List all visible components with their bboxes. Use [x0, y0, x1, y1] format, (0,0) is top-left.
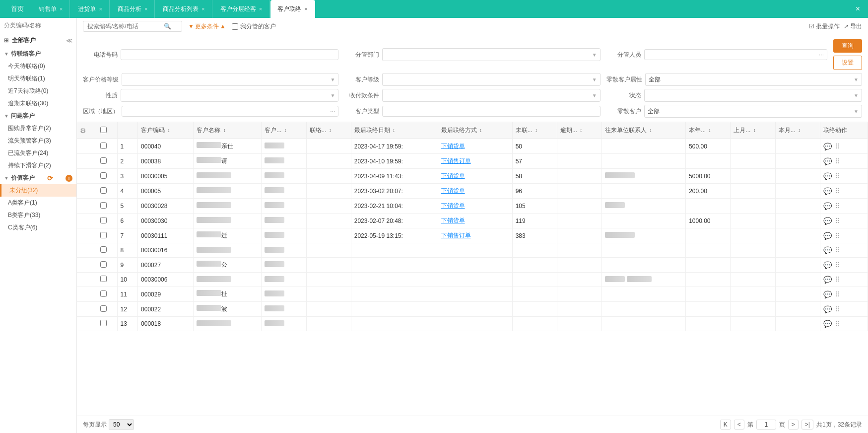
sidebar-item-churn-warning[interactable]: 流失预警客户(3) — [0, 135, 76, 147]
sidebar-item-class-b[interactable]: B类客户(33) — [0, 209, 76, 221]
first-page-btn[interactable]: K — [720, 420, 731, 430]
message-action-icon[interactable]: 💬 — [823, 305, 832, 313]
message-action-icon[interactable]: 💬 — [823, 290, 832, 298]
row-checkbox[interactable] — [100, 246, 107, 253]
status-select[interactable]: ▼ — [644, 89, 862, 102]
nav-tab-sales[interactable]: 销售单 × — [32, 0, 70, 18]
retail-attr-select[interactable]: 全部 ▼ — [645, 73, 862, 86]
name-column-header[interactable]: 客户名称 ↕ — [194, 122, 262, 139]
page-number-input[interactable] — [756, 420, 776, 430]
dept-select[interactable]: ▼ — [382, 48, 600, 61]
last-contact-method-column-header[interactable]: 最后联络方式 ↕ — [438, 122, 512, 139]
more-action-icon[interactable]: ⠿ — [835, 202, 840, 210]
sidebar-search-input[interactable] — [4, 22, 77, 29]
nav-tab-purchase[interactable]: 进货单 × — [71, 0, 109, 18]
close-tab-sales[interactable]: × — [60, 6, 63, 12]
more-action-icon[interactable]: ⠿ — [835, 290, 840, 298]
sidebar-item-declining[interactable]: 持续下滑客户(2) — [0, 159, 76, 172]
nature-select[interactable]: ▼ — [121, 89, 338, 102]
sidebar-section-value[interactable]: ▼ 价值客户 ⟳ ! — [0, 172, 76, 184]
message-action-icon[interactable]: 💬 — [823, 187, 832, 195]
value-refresh-icon[interactable]: ⟳ — [47, 174, 53, 182]
prev-page-btn[interactable]: < — [734, 420, 744, 430]
contact-column-header[interactable]: 联络... ↕ — [306, 122, 351, 139]
code-column-header[interactable]: 客户编码 ↕ — [138, 122, 194, 139]
message-action-icon[interactable]: 💬 — [823, 143, 832, 150]
region-input[interactable]: ··· — [122, 106, 338, 117]
close-tab-product-analysis[interactable]: × — [144, 6, 147, 12]
search-input[interactable] — [87, 23, 162, 30]
sidebar-section-problem[interactable]: ▼ 问题客户 — [0, 110, 76, 122]
this-month-column-header[interactable]: 本月... ↕ — [775, 122, 820, 139]
sidebar-item-today-pending[interactable]: 今天待联络(0) — [0, 60, 76, 72]
next-page-btn[interactable]: > — [788, 420, 799, 430]
sidebar-all-customers[interactable]: ⊞ 全部客户 ≪ — [0, 33, 76, 48]
more-action-icon[interactable]: ⠿ — [835, 305, 840, 313]
row-checkbox[interactable] — [100, 157, 107, 164]
my-customers-checkbox[interactable] — [232, 23, 238, 30]
sidebar-item-class-c[interactable]: C类客户(6) — [0, 221, 76, 234]
reset-button[interactable]: 设置 — [833, 56, 862, 70]
type-column-header[interactable]: 客户... ↕ — [262, 122, 306, 139]
nav-tab-customer-contact[interactable]: 客户联络 × — [270, 0, 315, 18]
last-page-btn[interactable]: >| — [801, 420, 813, 430]
uncontacted-column-header[interactable]: 未联... ↕ — [512, 122, 557, 139]
row-checkbox[interactable] — [100, 320, 107, 326]
sidebar-section-pending[interactable]: ▼ 待联络客户 — [0, 48, 76, 60]
close-tab-customer-contact[interactable]: × — [304, 6, 307, 12]
row-checkbox[interactable] — [100, 217, 107, 223]
more-action-icon[interactable]: ⠿ — [835, 261, 840, 269]
page-size-select[interactable]: 50 100 200 — [109, 419, 134, 430]
row-checkbox[interactable] — [100, 143, 107, 149]
last-month-column-header[interactable]: 上月... ↕ — [731, 122, 775, 139]
row-checkbox[interactable] — [100, 202, 107, 209]
this-year-column-header[interactable]: 本年... ↕ — [686, 122, 731, 139]
nav-tab-home[interactable]: 首页 — [4, 0, 31, 18]
sidebar-item-week-pending[interactable]: 近7天待联络(0) — [0, 85, 76, 97]
price-level-select[interactable]: ▼ — [122, 73, 338, 86]
message-action-icon[interactable]: 💬 — [823, 217, 832, 225]
more-action-icon[interactable]: ⠿ — [835, 246, 840, 254]
customer-type-input[interactable] — [382, 106, 600, 117]
settings-column-header[interactable]: ⚙ — [77, 122, 97, 139]
export-btn[interactable]: ↗ 导出 — [844, 22, 862, 31]
row-checkbox[interactable] — [100, 276, 107, 282]
search-icon[interactable]: 🔍 — [164, 23, 171, 30]
table-settings-icon[interactable]: ⚙ — [80, 127, 86, 135]
message-action-icon[interactable]: 💬 — [823, 202, 832, 210]
close-tab-product-analysis-list[interactable]: × — [201, 6, 204, 12]
more-filters-btn[interactable]: ▼ 更多条件 ▲ — [188, 22, 226, 31]
batch-operation-btn[interactable]: ☑ 批量操作 — [809, 22, 840, 31]
row-checkbox[interactable] — [100, 187, 107, 194]
last-contact-date-column-header[interactable]: 最后联络日期 ↕ — [351, 122, 438, 139]
phone-input[interactable] — [121, 49, 338, 60]
row-checkbox[interactable] — [100, 290, 107, 297]
sidebar-item-ungrouped[interactable]: 未分组(32) — [0, 184, 76, 197]
more-action-icon[interactable]: ⠿ — [835, 320, 840, 328]
nav-tab-product-analysis[interactable]: 商品分析 × — [111, 0, 155, 18]
payment-select[interactable]: ▼ — [382, 89, 600, 102]
checkbox-column-header[interactable] — [97, 122, 117, 139]
more-action-icon[interactable]: ⠿ — [835, 172, 840, 180]
manager-input[interactable]: ··· — [644, 49, 827, 60]
more-action-icon[interactable]: ⠿ — [835, 187, 840, 195]
sidebar-item-churned[interactable]: 已流失客户(24) — [0, 147, 76, 159]
intercompany-column-header[interactable]: 往来单位联系人 ↕ — [602, 122, 686, 139]
message-action-icon[interactable]: 💬 — [823, 261, 832, 269]
row-checkbox[interactable] — [100, 172, 107, 179]
message-action-icon[interactable]: 💬 — [823, 232, 832, 240]
overdue-column-header[interactable]: 逾期... ↕ — [557, 122, 601, 139]
select-all-checkbox[interactable] — [100, 127, 107, 133]
sidebar-item-tomorrow-pending[interactable]: 明天待联络(1) — [0, 72, 76, 85]
more-action-icon[interactable]: ⠿ — [835, 232, 840, 240]
nav-tab-product-analysis-list[interactable]: 商品分析列表 × — [156, 0, 212, 18]
message-action-icon[interactable]: 💬 — [823, 276, 832, 284]
close-all-tabs[interactable]: × — [852, 4, 864, 13]
retail-customer-select[interactable]: 全部 ▼ — [644, 105, 862, 118]
more-action-icon[interactable]: ⠿ — [835, 217, 840, 225]
sidebar-item-abnormal[interactable]: 囤购异常客户(2) — [0, 122, 76, 135]
message-action-icon[interactable]: 💬 — [823, 320, 832, 328]
nav-tab-customer-segment[interactable]: 客户分层经客 × — [213, 0, 269, 18]
my-customers-filter[interactable]: 我分管的客户 — [232, 22, 276, 31]
sidebar-item-overdue[interactable]: 逾期未联络(30) — [0, 97, 76, 110]
